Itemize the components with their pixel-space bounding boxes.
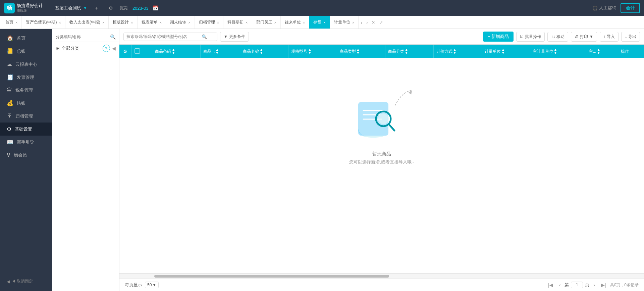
th-barcode[interactable]: 商品条码▲▼ bbox=[152, 45, 201, 58]
product-search-input[interactable] bbox=[126, 34, 200, 39]
tab-tax-close[interactable]: × bbox=[160, 20, 162, 25]
batch-operation-button[interactable]: ☑ 批量操作 bbox=[516, 32, 545, 42]
header-settings-button[interactable]: ⚙ bbox=[106, 4, 116, 12]
filter-button[interactable]: ▼ 更多条件 bbox=[220, 32, 249, 42]
all-categories-item[interactable]: ⊞ 全部分类 ✎ ◀ bbox=[52, 42, 119, 55]
sidebar-item-invoice[interactable]: 🧾 发票管理 bbox=[0, 71, 52, 84]
page-number-input[interactable] bbox=[571, 282, 583, 288]
page-last-button[interactable]: ▶| bbox=[599, 282, 608, 288]
sidebar-item-member[interactable]: V 畅会员 bbox=[0, 149, 52, 161]
sidebar-unpin-button[interactable]: ◀ ◀ 取消固定 bbox=[0, 275, 52, 288]
company-selector[interactable]: 基层工会测试 ▼ bbox=[55, 5, 87, 11]
tab-supplier[interactable]: 往来单位 × bbox=[281, 16, 309, 29]
sidebar-item-home[interactable]: 🏠 首页 bbox=[0, 32, 52, 45]
category-collapse-button[interactable]: ◀ bbox=[112, 46, 116, 51]
th-checkbox[interactable] bbox=[131, 45, 152, 58]
tab-dept-close[interactable]: × bbox=[274, 20, 276, 25]
tab-expand-button[interactable]: ⤢ bbox=[377, 16, 385, 29]
tab-template-close[interactable]: × bbox=[131, 20, 133, 25]
header-add-button[interactable]: ＋ bbox=[91, 3, 102, 13]
tab-period-end-close[interactable]: × bbox=[188, 20, 190, 25]
page-next-button[interactable]: › bbox=[591, 282, 597, 288]
sidebar-item-settings[interactable]: ⚙ 基础设置 bbox=[0, 123, 52, 136]
tab-balance-sheet[interactable]: 资产负债表(中期) × bbox=[22, 16, 65, 29]
service-button[interactable]: 🎧 人工咨询 bbox=[592, 5, 616, 11]
page-prev-button[interactable]: ‹ bbox=[557, 282, 563, 288]
tab-archive-close[interactable]: × bbox=[217, 20, 219, 25]
tab-dept-label: 部门员工 bbox=[256, 19, 272, 25]
product-table-container: ⚙ 商品条码▲▼ 商品...▲▼ 商品名称▲▼ bbox=[119, 45, 644, 273]
sort-name-icon[interactable]: ▲▼ bbox=[260, 48, 263, 55]
th-main2[interactable]: 主...▲▼ bbox=[586, 45, 618, 58]
tab-next-button[interactable]: › bbox=[364, 16, 370, 29]
invoice-icon: 🧾 bbox=[7, 74, 13, 81]
sort-price-icon[interactable]: ▲▼ bbox=[453, 48, 457, 55]
tab-inventory[interactable]: 存货 × bbox=[309, 16, 330, 29]
unpin-icon: ◀ bbox=[7, 279, 10, 284]
tab-close-all-button[interactable]: × bbox=[370, 16, 377, 29]
guide-icon: 📖 bbox=[7, 139, 13, 145]
th-settings[interactable]: ⚙ bbox=[119, 45, 131, 58]
th-spec[interactable]: 规格型号▲▼ bbox=[288, 45, 337, 58]
tab-period-end[interactable]: 期末结转 × bbox=[166, 16, 195, 29]
sidebar-item-ledger[interactable]: 📒 总账 bbox=[0, 45, 52, 58]
app-sub: 旗舰版 bbox=[17, 8, 43, 13]
tab-inventory-close[interactable]: × bbox=[323, 20, 325, 25]
th-unit[interactable]: 计量单位▲▼ bbox=[482, 45, 530, 58]
tab-archive[interactable]: 归档管理 × bbox=[195, 16, 223, 29]
product-search-icon[interactable]: 🔍 bbox=[202, 34, 207, 39]
sort-category-icon[interactable]: ▲▼ bbox=[405, 48, 408, 55]
category-search-input[interactable] bbox=[56, 35, 108, 39]
tab-income-close[interactable]: × bbox=[102, 20, 104, 25]
tab-home-close[interactable]: × bbox=[15, 20, 17, 25]
tab-unit[interactable]: 计量单位 × bbox=[330, 16, 359, 29]
tab-unit-close[interactable]: × bbox=[352, 20, 354, 25]
inner-layout: 🔍 ⊞ 全部分类 ✎ ◀ 🔍 ▼ bbox=[52, 29, 644, 291]
th-main-unit[interactable]: 主计量单位▲▼ bbox=[530, 45, 586, 58]
gear-icon: ⚙ bbox=[123, 49, 127, 54]
settings-icon: ⚙ bbox=[7, 126, 11, 132]
add-product-button[interactable]: + 新增商品 bbox=[483, 32, 514, 42]
scroll-thumb[interactable] bbox=[154, 275, 389, 278]
th-name[interactable]: 商品名称▲▼ bbox=[240, 45, 288, 58]
th-category[interactable]: 商品分类▲▼ bbox=[385, 45, 433, 58]
sort-barcode-icon[interactable]: ▲▼ bbox=[172, 48, 175, 55]
sort-main-unit-icon[interactable]: ▲▼ bbox=[554, 48, 557, 55]
per-page-select[interactable]: 50 ▼ bbox=[145, 282, 159, 288]
sidebar-item-cloud[interactable]: ☁ 云报表中心 bbox=[0, 58, 52, 71]
sidebar-item-archive[interactable]: 🗄 归档管理 bbox=[0, 110, 52, 123]
sort-code-icon[interactable]: ▲▼ bbox=[215, 48, 219, 55]
sort-main2-icon[interactable]: ▲▼ bbox=[597, 48, 600, 55]
calendar-icon[interactable]: 📅 bbox=[153, 5, 158, 11]
sort-unit-icon[interactable]: ▲▼ bbox=[501, 48, 505, 55]
account-button[interactable]: 会计 bbox=[621, 3, 640, 13]
tab-subject[interactable]: 科目期初 × bbox=[223, 16, 252, 29]
th-code[interactable]: 商品...▲▼ bbox=[201, 45, 240, 58]
tab-supplier-close[interactable]: × bbox=[303, 20, 305, 25]
select-all-checkbox[interactable] bbox=[135, 48, 140, 54]
page-first-button[interactable]: |◀ bbox=[546, 282, 555, 288]
export-button[interactable]: ↓ 导出 bbox=[621, 32, 640, 42]
tab-prev-button[interactable]: ‹ bbox=[359, 16, 364, 29]
sidebar-item-settle[interactable]: 💰 结账 bbox=[0, 97, 52, 110]
sidebar-item-tax[interactable]: 🏛 税务管理 bbox=[0, 84, 52, 97]
sidebar-item-guide[interactable]: 📖 新手引导 bbox=[0, 136, 52, 149]
move-button[interactable]: ↑↓ 移动 bbox=[547, 32, 568, 42]
horizontal-scrollbar[interactable] bbox=[119, 273, 644, 279]
sort-spec-icon[interactable]: ▲▼ bbox=[308, 48, 311, 55]
tab-balance-close[interactable]: × bbox=[59, 20, 61, 25]
tab-dept[interactable]: 部门员工 × bbox=[252, 16, 281, 29]
tab-income[interactable]: 收入支出表(年报) × bbox=[65, 16, 109, 29]
tab-home[interactable]: 首页 × bbox=[1, 16, 22, 29]
th-type[interactable]: 商品类型▲▼ bbox=[337, 45, 385, 58]
tab-tax[interactable]: 税表清单 × bbox=[138, 16, 166, 29]
category-search-icon[interactable]: 🔍 bbox=[110, 34, 116, 40]
pagination-bar: 每页显示 50 ▼ |◀ ‹ 第 页 › ▶| 共0页，0条记录 bbox=[119, 279, 644, 291]
print-button[interactable]: 🖨 打印 ▼ bbox=[571, 32, 597, 42]
category-edit-button[interactable]: ✎ bbox=[103, 45, 110, 52]
th-price-method[interactable]: 计价方式▲▼ bbox=[433, 45, 482, 58]
import-button[interactable]: ↑ 导入 bbox=[600, 32, 619, 42]
sort-type-icon[interactable]: ▲▼ bbox=[357, 48, 360, 55]
tab-subject-close[interactable]: × bbox=[246, 20, 248, 25]
tab-template[interactable]: 模版设计 × bbox=[109, 16, 137, 29]
